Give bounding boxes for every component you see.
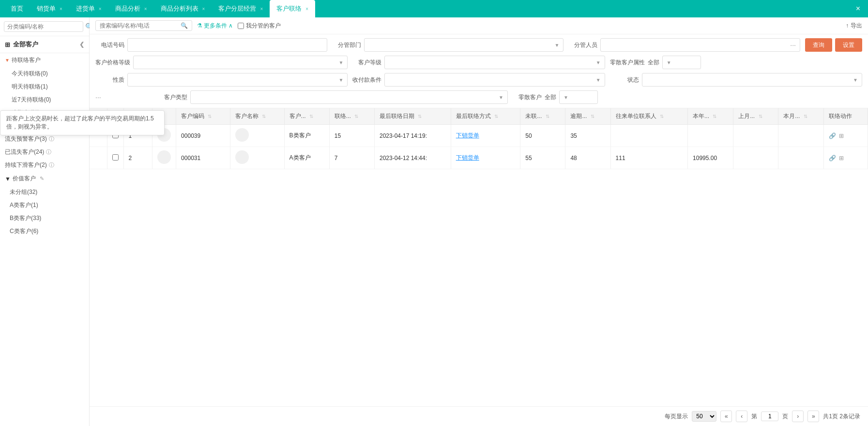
filter-field-customer-grade: 客户等级 ▼: [352, 56, 605, 69]
query-button[interactable]: 查询: [805, 38, 832, 52]
td-action-2: 🔗 ⊞: [823, 147, 868, 169]
td-date-2: 2023-04-12 14:44:: [374, 147, 451, 169]
sidebar-item-declining[interactable]: 持续下滑客户(2) ⓘ: [0, 159, 89, 172]
page-input[interactable]: [761, 411, 778, 421]
td-name-1: [230, 125, 284, 147]
filter-select-dept[interactable]: ▼: [364, 38, 564, 52]
all-customers-label: 全部客户: [13, 40, 38, 49]
search-input[interactable]: [100, 22, 179, 29]
sort-unit-icon: ⇅: [660, 114, 664, 119]
search-input-box[interactable]: 🔍: [95, 20, 192, 31]
th-this-month[interactable]: 本月... ⇅: [778, 108, 823, 125]
nav-tab-product-list[interactable]: 商品分析列表 ×: [154, 0, 212, 17]
method-link-1[interactable]: 下销货单: [456, 132, 479, 139]
th-unit-contact[interactable]: 往来单位联系人 ⇅: [610, 108, 687, 125]
filter-select-status[interactable]: ▼: [642, 73, 862, 87]
nav-tab-home[interactable]: 首页: [4, 0, 30, 17]
close-all-button[interactable]: ×: [852, 4, 864, 13]
th-this-year[interactable]: 本年... ⇅: [688, 108, 733, 125]
th-contact[interactable]: 联络... ⇅: [329, 108, 374, 125]
dots-person-icon[interactable]: ···: [790, 41, 796, 49]
filter-input-phone[interactable]: [127, 38, 327, 52]
link-action-icon-2[interactable]: 🔗: [829, 155, 836, 162]
nav-tab-customer-contact[interactable]: 客户联络 ×: [270, 0, 315, 17]
value-group-expand-icon: ▼: [5, 176, 11, 182]
filter-select-customer-type[interactable]: ▼: [190, 90, 508, 104]
th-last-contact-method[interactable]: 最后联络方式 ⇅: [451, 108, 520, 125]
th-overdue[interactable]: 逾期... ⇅: [565, 108, 610, 125]
filter-label-retail-customer: 零散客户: [513, 93, 542, 102]
nav-tab-customer-segment-close[interactable]: ×: [260, 6, 263, 12]
filter-panel: 电话号码 分管部门 ▼ 分管人员 ···: [90, 34, 868, 108]
sidebar-item-today[interactable]: 今天待联络(0): [0, 67, 89, 80]
sidebar-item-lost[interactable]: 已流失客户(24) ⓘ: [0, 146, 89, 159]
filter-label-person: 分管人员: [568, 41, 597, 49]
nav-tab-product-list-close[interactable]: ×: [202, 6, 205, 12]
td-method-1[interactable]: 下销货单: [451, 125, 520, 147]
table-header-row: ⚙ 序号 客户编码 ⇅ 客户名称 ⇅ 客户... ⇅ 联络... ⇅ 最后联络日…: [90, 108, 868, 125]
pending-contact-title[interactable]: ▼ 待联络客户: [0, 53, 89, 67]
th-last-month[interactable]: 上月... ⇅: [733, 108, 778, 125]
sidebar-collapse-btn[interactable]: ❮: [79, 41, 84, 48]
nav-tab-home-label: 首页: [11, 4, 23, 13]
grid-action-icon-2[interactable]: ⊞: [839, 155, 844, 162]
nav-tab-sales-close[interactable]: ×: [60, 6, 62, 12]
sidebar-item-unclassified[interactable]: 未分组(32): [0, 186, 89, 199]
th-name[interactable]: 客户名称 ⇅: [230, 108, 284, 125]
sidebar-item-class-b[interactable]: B类客户(33): [0, 212, 89, 225]
my-customers-check[interactable]: 我分管的客户: [238, 22, 281, 30]
sidebar-item-class-a[interactable]: A类客户(1): [0, 199, 89, 212]
tooltip-text: 距客户上次交易时长，超过了此客户的平均交易周期的1.5倍，则视为异常。: [6, 115, 154, 130]
value-group[interactable]: ▼ 价值客户 ✎: [0, 172, 89, 186]
nav-tab-purchase-close[interactable]: ×: [99, 6, 102, 12]
nav-tab-product-analysis[interactable]: 商品分析 ×: [108, 0, 154, 17]
search-icon[interactable]: 🔍: [181, 22, 188, 29]
td-checkbox-2[interactable]: [107, 147, 123, 169]
edit-icon[interactable]: ✎: [40, 176, 44, 182]
more-dots-icon[interactable]: ···: [95, 93, 101, 101]
sort-this-month-icon: ⇅: [804, 114, 807, 119]
nav-tab-purchase[interactable]: 进货单 ×: [69, 0, 108, 17]
grid-action-icon-1[interactable]: ⊞: [839, 132, 844, 139]
th-uncontacted[interactable]: 未联... ⇅: [520, 108, 565, 125]
next-page-button[interactable]: ›: [792, 411, 804, 422]
sidebar-item-tomorrow[interactable]: 明天待联络(1): [0, 80, 89, 93]
filter-select-retail-customer[interactable]: ▼: [559, 90, 598, 104]
sidebar-item-7days[interactable]: 近7天待联络(0): [0, 93, 89, 106]
th-last-contact-date[interactable]: 最后联络日期 ⇅: [374, 108, 451, 125]
td-method-2[interactable]: 下销货单: [451, 147, 520, 169]
per-page-select[interactable]: 50 100 200: [692, 411, 716, 422]
settings-button[interactable]: 设置: [835, 38, 862, 52]
filter-select-person[interactable]: ···: [600, 38, 800, 52]
filter-select-nature[interactable]: ▼: [127, 73, 348, 87]
last-page-button[interactable]: »: [807, 411, 819, 422]
td-this-year-1: [688, 125, 733, 147]
prev-page-button[interactable]: ‹: [736, 411, 747, 422]
row-checkbox-2[interactable]: [112, 154, 119, 161]
nav-tab-sales[interactable]: 销货单 ×: [30, 0, 69, 17]
first-page-button[interactable]: «: [720, 411, 732, 422]
export-button[interactable]: ↑ 导出: [846, 22, 862, 30]
td-code-1: 000039: [176, 125, 230, 147]
filter-field-dots: ···: [95, 93, 153, 101]
filter-select-customer-grade[interactable]: ▼: [384, 56, 605, 69]
th-code[interactable]: 客户编码 ⇅: [176, 108, 230, 125]
sidebar-all-customers[interactable]: ⊞ 全部客户 ❮: [0, 36, 89, 53]
nav-tab-customer-contact-close[interactable]: ×: [305, 6, 308, 12]
nav-tab-product-analysis-close[interactable]: ×: [144, 6, 147, 12]
th-type[interactable]: 客户... ⇅: [284, 108, 329, 125]
more-conditions-btn[interactable]: ⚗ 更多条件 ∧: [197, 22, 233, 30]
method-link-2[interactable]: 下销货单: [456, 154, 479, 161]
sidebar-search-input[interactable]: [4, 21, 83, 32]
td-settings-2: [90, 147, 107, 169]
sidebar-item-class-c[interactable]: C类客户(6): [0, 225, 89, 238]
filter-select-retail-attr[interactable]: ▼: [662, 56, 701, 69]
filter-field-payment: 收付款条件 ▼: [352, 73, 605, 87]
main-layout: 🔍 ⊞ 全部客户 ❮ ▼ 待联络客户 今天待联络(0) 明天待联络(1) 近7天…: [0, 17, 868, 426]
filter-select-price-grade[interactable]: ▼: [133, 56, 348, 69]
my-customers-checkbox[interactable]: [238, 23, 244, 29]
link-action-icon-1[interactable]: 🔗: [829, 132, 836, 139]
filter-select-payment[interactable]: ▼: [384, 73, 605, 87]
nav-tab-customer-segment[interactable]: 客户分层经营 ×: [212, 0, 270, 17]
sort-name-icon: ⇅: [262, 114, 266, 119]
